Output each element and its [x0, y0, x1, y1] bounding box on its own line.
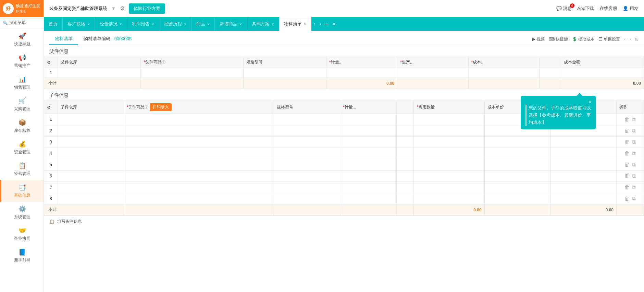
child-product-cell-4[interactable] — [124, 148, 274, 159]
child-spec-cell-4[interactable] — [274, 148, 340, 159]
tab-goods[interactable]: 商品 × — [191, 17, 215, 31]
tab-history-close[interactable]: × — [184, 22, 186, 27]
child-unit-cost-cell-5[interactable] — [484, 159, 550, 171]
tab-close-all-icon[interactable]: × — [330, 21, 338, 28]
child-spec-cell-6[interactable] — [274, 171, 340, 182]
tab-barcode[interactable]: 条码方案 × — [247, 17, 279, 31]
sidebar-item-finance[interactable]: 💰 资金管理 — [0, 137, 44, 159]
settings-icon[interactable]: ⚙ — [120, 5, 125, 12]
child-unit-cost-cell-7[interactable] — [484, 182, 550, 193]
parent-settings-col[interactable]: ⚙ — [44, 57, 58, 68]
parent-product-cell[interactable] — [140, 68, 243, 78]
child-warehouse-cell-5[interactable] — [58, 159, 124, 171]
child-unit-cost-cell-6[interactable] — [484, 171, 550, 182]
child-copy-btn-8[interactable]: ⧉ — [632, 196, 636, 202]
message-area[interactable]: 💬 消息 6 — [556, 5, 572, 12]
child-copy-btn-3[interactable]: ⧉ — [632, 139, 636, 145]
child-copy-btn-7[interactable]: ⧉ — [632, 184, 636, 190]
video-btn[interactable]: ▶ 视频 — [532, 36, 545, 42]
sidebar-item-operations[interactable]: 📋 经营管理 — [0, 159, 44, 180]
child-spec-cell-3[interactable] — [274, 137, 340, 148]
child-delete-btn-3[interactable]: 🗑 — [624, 139, 630, 145]
search-menu[interactable]: 🔍 搜索菜单 — [0, 17, 44, 29]
parent-spec-cell[interactable] — [244, 68, 326, 78]
child-delete-btn-1[interactable]: 🗑 — [624, 116, 630, 122]
tab-next-icon[interactable]: › — [317, 21, 323, 27]
child-quantity-cell-7[interactable] — [414, 182, 484, 193]
sidebar-item-basic[interactable]: 📑 基础信息 — [0, 180, 44, 202]
child-warehouse-cell-1[interactable] — [58, 114, 124, 125]
child-delete-btn-8[interactable]: 🗑 — [624, 196, 630, 201]
child-copy-btn-1[interactable]: ⧉ — [632, 116, 636, 122]
child-copy-btn-6[interactable]: ⧉ — [632, 173, 636, 179]
child-delete-btn-5[interactable]: 🗑 — [624, 162, 630, 167]
child-quantity-cell-3[interactable] — [414, 137, 484, 148]
child-product-cell-8[interactable] — [124, 193, 274, 205]
child-unit-cell-8[interactable] — [340, 193, 396, 205]
child-delete-btn-7[interactable]: 🗑 — [624, 184, 630, 190]
tab-operations-close[interactable]: × — [120, 22, 122, 27]
child-product-cell-2[interactable] — [124, 125, 274, 137]
child-quantity-cell-8[interactable] — [414, 193, 484, 205]
child-quantity-cell-4[interactable] — [414, 148, 484, 159]
child-warehouse-cell-7[interactable] — [58, 182, 124, 193]
child-warehouse-cell-4[interactable] — [58, 148, 124, 159]
tab-history[interactable]: 经营历程 × — [159, 17, 191, 31]
child-spec-cell-8[interactable] — [274, 193, 340, 205]
child-spec-cell-5[interactable] — [274, 159, 340, 171]
sidebar-item-quicknav[interactable]: 🚀 快捷导航 — [0, 29, 44, 50]
tab-customer-close[interactable]: × — [87, 22, 90, 27]
extract-cost-btn[interactable]: 💲 提取成本 — [572, 36, 595, 42]
child-spec-cell-1[interactable] — [274, 114, 340, 125]
child-unit-cell-3[interactable] — [340, 137, 396, 148]
tab-barcode-close[interactable]: × — [272, 22, 274, 27]
tab-menu-icon[interactable]: ≡ — [323, 21, 330, 27]
child-spec-cell-2[interactable] — [274, 125, 340, 137]
child-copy-btn-5[interactable]: ⧉ — [632, 162, 636, 168]
child-quantity-cell-1[interactable] — [414, 114, 484, 125]
tab-bom-close[interactable]: × — [304, 22, 306, 27]
user-area[interactable]: 👤 用友 — [623, 5, 639, 12]
child-warehouse-cell-6[interactable] — [58, 171, 124, 182]
app-download[interactable]: App下载 — [577, 5, 594, 12]
single-settings-btn[interactable]: ☰ 单据设置 — [599, 36, 620, 42]
tab-bom[interactable]: 物料清单 × — [279, 17, 311, 31]
child-product-cell-1[interactable] — [124, 114, 274, 125]
nav-next-icon[interactable]: › — [630, 37, 631, 42]
child-product-cell-7[interactable] — [124, 182, 274, 193]
grid-icon[interactable]: ⊞ — [635, 37, 639, 42]
notes-text[interactable]: 填写备注信息 — [57, 219, 82, 224]
child-delete-btn-4[interactable]: 🗑 — [624, 150, 630, 156]
trial-button[interactable]: 体验行业方案 — [129, 3, 165, 14]
child-warehouse-cell-8[interactable] — [58, 193, 124, 205]
child-unit-cell-5[interactable] — [340, 159, 396, 171]
tab-profit[interactable]: 利润报告 × — [127, 17, 159, 31]
child-warehouse-cell-2[interactable] — [58, 125, 124, 137]
child-unit-cell-1[interactable] — [340, 114, 396, 125]
child-unit-cell-6[interactable] — [340, 171, 396, 182]
child-unit-cost-cell-4[interactable] — [484, 148, 550, 159]
parent-warehouse-cell[interactable] — [58, 68, 141, 78]
child-spec-cell-7[interactable] — [274, 182, 340, 193]
child-unit-cost-cell-3[interactable] — [484, 137, 550, 148]
child-quantity-cell-5[interactable] — [414, 159, 484, 171]
shortcut-btn[interactable]: ⌨ 快捷键 — [549, 36, 568, 42]
dropdown-arrow-icon[interactable]: ▼ — [111, 6, 116, 11]
sidebar-item-system[interactable]: ⚙️ 系统管理 — [0, 202, 44, 223]
tab-operations[interactable]: 经营情况 × — [95, 17, 127, 31]
child-settings-col[interactable]: ⚙ — [44, 101, 58, 114]
child-quantity-cell-6[interactable] — [414, 171, 484, 182]
child-unit-cell-2[interactable] — [340, 125, 396, 137]
tab-profit-close[interactable]: × — [152, 22, 154, 27]
tooltip-close-button[interactable]: × — [589, 99, 591, 105]
tab-prev-icon[interactable]: ‹ — [311, 21, 317, 27]
tab-newgoods[interactable]: 新增商品 × — [215, 17, 247, 31]
child-unit-cell-7[interactable] — [340, 182, 396, 193]
child-unit-cost-cell-8[interactable] — [484, 193, 550, 205]
child-delete-btn-6[interactable]: 🗑 — [624, 173, 630, 179]
scan-button[interactable]: 扫码录入 — [150, 103, 172, 111]
child-copy-btn-4[interactable]: ⧉ — [632, 150, 636, 156]
parent-cost-cell[interactable] — [468, 68, 539, 78]
child-warehouse-cell-3[interactable] — [58, 137, 124, 148]
tab-newgoods-close[interactable]: × — [239, 22, 242, 27]
